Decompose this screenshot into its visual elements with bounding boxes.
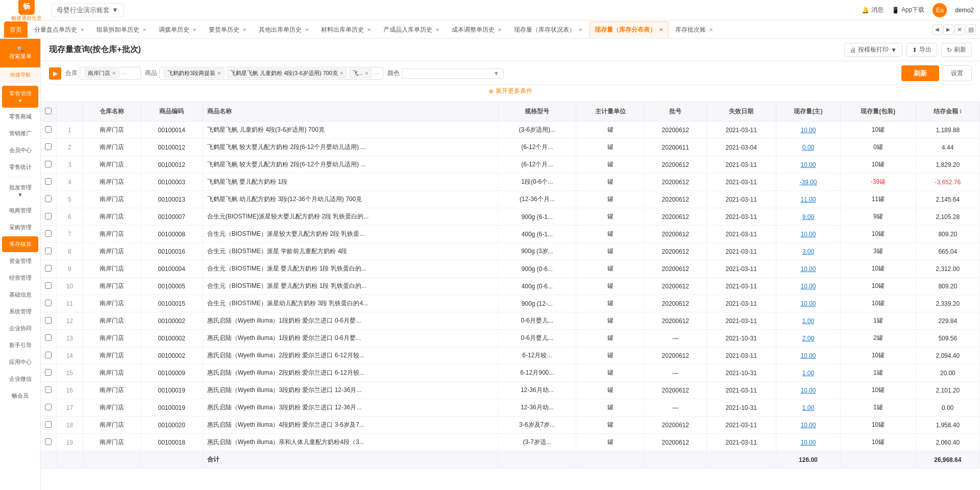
tab-material-out[interactable]: 材料出库单历史 ✕: [315, 21, 377, 38]
row-checkbox[interactable]: [41, 243, 56, 260]
tab-close-icon[interactable]: ✕: [192, 27, 197, 33]
row-qty-main[interactable]: 10.00: [776, 347, 841, 364]
row-qty-main[interactable]: 10.00: [776, 382, 841, 399]
row-checkbox[interactable]: [41, 364, 56, 382]
tab-close-icon[interactable]: ✕: [367, 27, 371, 33]
row-qty-main[interactable]: 0.00: [776, 139, 841, 156]
sidebar-item-corp-wechat[interactable]: 企业微信: [2, 371, 38, 387]
row-checkbox[interactable]: [41, 295, 56, 312]
sidebar-item-operations[interactable]: 经营管理: [2, 270, 38, 286]
tab-close-icon[interactable]: ✕: [578, 27, 582, 33]
row-qty-main[interactable]: 10.00: [776, 416, 841, 434]
filter-more-icon[interactable]: ···: [374, 70, 379, 77]
sidebar-item-member-card[interactable]: 畅会员: [2, 388, 38, 404]
sidebar-item-member[interactable]: 会员中心: [2, 142, 38, 158]
tag-close-icon[interactable]: ✕: [112, 70, 116, 76]
sidebar-item-retail-stats[interactable]: 零售统计: [2, 159, 38, 175]
filter-expand-arrow[interactable]: ▶: [49, 67, 61, 80]
sidebar-item-wholesale[interactable]: 批发管理 ▼: [2, 180, 38, 202]
sidebar-item-corp[interactable]: 企业协同: [2, 321, 38, 336]
row-qty-main[interactable]: 2.00: [776, 330, 841, 347]
sidebar-item-system[interactable]: 系统管理: [2, 304, 38, 320]
row-checkbox[interactable]: [41, 312, 56, 330]
sidebar-item-base-info[interactable]: 基础信息: [2, 287, 38, 303]
nav-prev-icon[interactable]: ◀: [932, 24, 942, 35]
query-button[interactable]: 刷新: [901, 65, 939, 81]
sidebar-item-ecommerce[interactable]: 电商管理: [2, 203, 38, 218]
nav-menu-icon[interactable]: ▤: [966, 24, 976, 35]
industry-selector[interactable]: 母婴行业演示账套 ▼: [51, 3, 124, 17]
tab-other-out[interactable]: 其他出库单历史 ✕: [253, 21, 314, 38]
tab-home[interactable]: 首页: [4, 21, 28, 38]
sidebar-item-inventory[interactable]: 库存核算: [2, 236, 38, 252]
row-qty-main[interactable]: 10.00: [776, 295, 841, 312]
product-tag-container[interactable]: 飞鹤奶粉3段两提装 ✕ 飞鹤星飞帆 儿童奶粉 4段(3-6岁适用) 700克 ✕…: [159, 67, 383, 80]
sidebar-item-retail-shop[interactable]: 零售商城: [2, 109, 38, 125]
avatar[interactable]: Ea: [933, 3, 947, 17]
row-checkbox[interactable]: [41, 191, 56, 208]
tab-product-in[interactable]: 产成品入库单历史 ✕: [378, 21, 445, 38]
filter-expand-toggle[interactable]: ⊕ 展开更多条件: [49, 84, 972, 97]
sidebar-item-app-center[interactable]: 应用中心: [2, 354, 38, 370]
row-qty-main[interactable]: 9.00: [776, 208, 841, 226]
sidebar-item-purchase[interactable]: 采购管理: [2, 219, 38, 235]
tab-close-icon[interactable]: ✕: [435, 27, 439, 33]
row-checkbox[interactable]: [41, 434, 56, 451]
tab-close-icon[interactable]: ✕: [305, 27, 309, 33]
nav-next-icon[interactable]: ▶: [943, 24, 953, 35]
row-qty-main[interactable]: 1.00: [776, 312, 841, 330]
color-tag-container[interactable]: ▼: [402, 68, 504, 79]
row-checkbox[interactable]: [41, 208, 56, 226]
row-qty-main[interactable]: -39.00: [776, 174, 841, 191]
tab-close-icon[interactable]: ✕: [709, 27, 713, 33]
row-checkbox[interactable]: [41, 260, 56, 278]
tab-close-icon[interactable]: ✕: [80, 27, 84, 33]
sidebar-item-retail-mgmt[interactable]: 零售管理 ▼: [2, 86, 38, 108]
tab-tiaobo[interactable]: 调拨单历史 ✕: [153, 21, 202, 38]
tab-close-icon[interactable]: ✕: [659, 27, 663, 33]
row-qty-main[interactable]: 10.00: [776, 156, 841, 174]
tab-batch-ledger[interactable]: 库存批次账 ✕: [670, 21, 719, 38]
row-qty-main[interactable]: 10.00: [776, 226, 841, 243]
row-checkbox[interactable]: [41, 382, 56, 399]
tab-stock-dist[interactable]: 现存量（库存分布表） ✕: [589, 21, 669, 38]
tab-stock-status[interactable]: 现存量（库存状况表） ✕: [508, 21, 588, 38]
row-checkbox[interactable]: [41, 416, 56, 434]
tab-close-icon[interactable]: ✕: [142, 27, 146, 33]
row-qty-main[interactable]: 1.00: [776, 399, 841, 416]
row-checkbox[interactable]: [41, 278, 56, 295]
print-button[interactable]: 🖨 按模板打印 ▼: [844, 43, 902, 57]
row-qty-main[interactable]: 3.00: [776, 243, 841, 260]
row-qty-main[interactable]: 1.00: [776, 364, 841, 382]
tab-close-icon[interactable]: ✕: [242, 27, 247, 33]
row-qty-main[interactable]: 10.00: [776, 278, 841, 295]
row-checkbox[interactable]: [41, 156, 56, 174]
row-checkbox[interactable]: [41, 139, 56, 156]
row-checkbox[interactable]: [41, 174, 56, 191]
row-qty-main[interactable]: 10.00: [776, 121, 841, 139]
row-checkbox[interactable]: [41, 330, 56, 347]
table-container[interactable]: 仓库名称 商品编码 商品名称 规格型号 主计量单位 批号 失效日期 现存量(主)…: [41, 102, 980, 490]
filter-more-icon[interactable]: ···: [121, 70, 126, 77]
row-checkbox[interactable]: [41, 347, 56, 364]
settings-button[interactable]: 设置: [942, 65, 972, 81]
row-checkbox[interactable]: [41, 226, 56, 243]
app-download-btn[interactable]: 📱 App下载: [892, 6, 924, 14]
sidebar-search-btn[interactable]: 🔍 搜索菜单: [0, 42, 40, 64]
row-qty-main[interactable]: 10.00: [776, 260, 841, 278]
nav-close-all-icon[interactable]: ✕: [954, 24, 965, 35]
tab-zucai[interactable]: 组装拆卸单历史 ✕: [91, 21, 152, 38]
refresh-button[interactable]: ↻ 刷新: [941, 43, 972, 57]
export-button[interactable]: ⬆ 导出: [906, 43, 937, 57]
tab-close-icon[interactable]: ✕: [498, 27, 502, 33]
row-qty-main[interactable]: 10.00: [776, 434, 841, 451]
tab-cost-adj[interactable]: 成本调整单历史 ✕: [446, 21, 507, 38]
warehouse-tag-container[interactable]: 南岸门店 ✕ ···: [80, 67, 141, 80]
tab-yaohu[interactable]: 要货单历史 ✕: [203, 21, 252, 38]
select-all-checkbox[interactable]: [45, 108, 52, 114]
tab-fenku[interactable]: 分量盘点单历史 ✕: [29, 21, 90, 38]
row-checkbox[interactable]: [41, 399, 56, 416]
tag-close-icon[interactable]: ✕: [217, 70, 221, 76]
sidebar-item-newbie[interactable]: 新手引导: [2, 337, 38, 353]
messages-btn[interactable]: 🔔 消息: [862, 6, 884, 14]
